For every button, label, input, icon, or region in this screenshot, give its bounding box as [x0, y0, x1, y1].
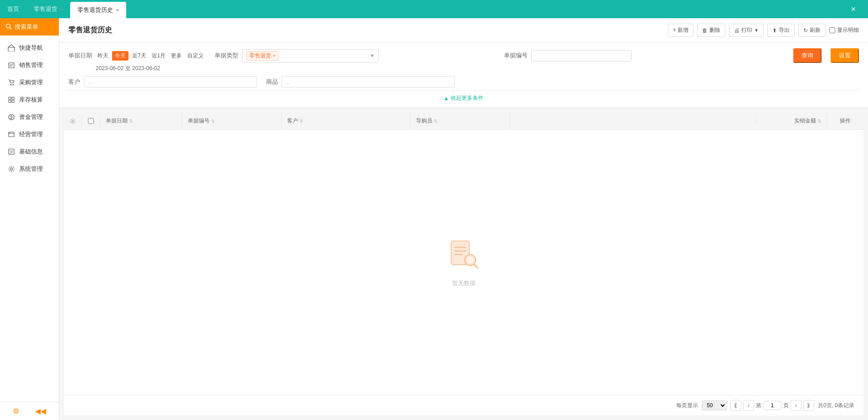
tab-retail-return-history-close[interactable]: ×	[116, 7, 118, 13]
collapse-filter-button[interactable]: ▲ 收起更多条件	[68, 90, 859, 102]
tab-home-label: 首页	[7, 5, 19, 13]
th-amount[interactable]	[510, 118, 757, 125]
sidebar-item-system-mgmt[interactable]: 系统管理	[0, 160, 59, 178]
filter-row-2: 客户 ... 商品 ...	[68, 76, 859, 87]
th-billno[interactable]: 单据编号 ⇅	[182, 113, 282, 128]
th-amount-label: 实销金额	[794, 117, 816, 125]
tab-retail-return-close[interactable]: ×	[60, 6, 63, 12]
page-next-button[interactable]: ›	[791, 400, 801, 411]
print-button[interactable]: 🖨 打印 ▼	[729, 24, 764, 37]
inventory-icon	[7, 96, 15, 104]
customer-input[interactable]: ...	[84, 76, 257, 87]
collapse-label: 收起更多条件	[451, 94, 483, 102]
export-button[interactable]: ⬆ 导出	[767, 24, 795, 37]
sidebar-item-purchase-mgmt[interactable]: 采购管理	[0, 74, 59, 91]
sidebar-settings-button[interactable]: ⚙	[13, 407, 19, 415]
refresh-button[interactable]: ↻ 刷新	[798, 24, 826, 37]
svg-rect-3	[9, 63, 14, 68]
date-opt-more[interactable]: 更多	[169, 51, 184, 61]
sidebar-item-inventory-check-label: 库存核算	[19, 96, 43, 104]
svg-point-6	[10, 84, 11, 85]
query-button[interactable]: 查询	[793, 48, 822, 63]
new-button[interactable]: + 新增	[668, 24, 693, 37]
date-opt-last1month[interactable]: 近1月	[150, 51, 168, 61]
tab-home[interactable]: 首页	[0, 0, 26, 18]
th-guide-label: 导购员	[416, 117, 432, 125]
filter-customer: 客户 ...	[68, 76, 257, 87]
th-customer-sort-icon: ⇅	[299, 118, 303, 123]
sidebar-audio-button[interactable]: ◀◀	[35, 407, 46, 415]
svg-rect-8	[9, 97, 11, 99]
settings-button[interactable]: 设置	[831, 48, 859, 63]
page-number-input[interactable]: 1	[763, 401, 781, 410]
sidebar-search-label: 搜索菜单	[15, 23, 38, 31]
window-close-button[interactable]: ×	[846, 2, 861, 16]
th-customer[interactable]: 客户 ⇅	[282, 113, 411, 128]
system-icon	[7, 165, 15, 173]
th-ops-label: 操作	[840, 117, 851, 125]
sidebar-item-basic-info-label: 基础信息	[19, 148, 43, 156]
th-amount-sort-icon: ⇅	[817, 118, 821, 123]
date-range-display: 2023-06-02 至 2023-06-02	[96, 65, 859, 72]
select-all-checkbox[interactable]	[88, 118, 94, 124]
top-bar: 首页 零售退货 × 零售退货历史 × ×	[0, 0, 868, 18]
goods-input[interactable]: ...	[282, 76, 455, 87]
print-arrow-icon: ▼	[754, 28, 759, 33]
page-unit-label: 页	[783, 402, 789, 410]
sidebar-item-sales-mgmt-label: 销售管理	[19, 61, 43, 69]
th-ops: 操作	[827, 113, 863, 128]
goods-placeholder: ...	[286, 78, 291, 85]
date-opt-today[interactable]: 今天	[112, 51, 128, 61]
print-icon: 🖨	[734, 27, 740, 34]
th-actual-amount[interactable]: 实销金额 ⇅	[757, 113, 827, 128]
tab-retail-return[interactable]: 零售退货 ×	[26, 0, 70, 18]
query-label: 查询	[801, 52, 813, 59]
bill-type-select[interactable]: 零售退货 × ▼	[242, 49, 379, 62]
page-first-button[interactable]: ⟪	[730, 400, 741, 411]
search-icon	[5, 23, 12, 31]
sidebar-footer: ⚙ ◀◀	[0, 402, 59, 420]
date-opt-last7[interactable]: 近7天	[130, 51, 148, 61]
page-last-button[interactable]: ⟫	[803, 400, 814, 411]
svg-rect-2	[8, 47, 15, 51]
page-size-select[interactable]: 20 50 100	[702, 400, 727, 410]
sidebar-item-operation-mgmt-label: 经营管理	[19, 130, 43, 138]
sidebar-item-sales-mgmt[interactable]: 销售管理	[0, 56, 59, 74]
th-billno-sort-icon: ⇅	[211, 118, 215, 123]
show-detail-checkbox-label[interactable]: 显示明细	[829, 26, 859, 34]
sidebar-item-inventory-check[interactable]: 库存核算	[0, 91, 59, 108]
main-layout: 搜索菜单 快捷导航 销售管理 采购管理	[0, 18, 868, 420]
svg-point-28	[467, 257, 473, 263]
th-settings[interactable]	[64, 114, 82, 128]
bill-type-tag-label: 零售退货	[249, 52, 271, 60]
top-bar-right: ×	[846, 2, 868, 16]
bill-type-label: 单据类型	[215, 51, 238, 60]
th-checkbox[interactable]	[82, 114, 100, 128]
th-customer-label: 客户	[287, 117, 298, 125]
th-date[interactable]: 单据日期 ⇅	[100, 113, 182, 128]
page-title: 零售退货历史	[68, 26, 112, 35]
bill-no-input[interactable]	[531, 50, 632, 61]
th-billno-label: 单据编号	[188, 117, 210, 125]
delete-label: 删除	[709, 26, 720, 34]
page-prev-button[interactable]: ‹	[743, 400, 754, 411]
delete-button[interactable]: 🗑 删除	[697, 24, 725, 37]
sidebar-item-quick-nav[interactable]: 快捷导航	[0, 39, 59, 56]
sidebar-item-system-mgmt-label: 系统管理	[19, 165, 43, 173]
bill-type-tag-close[interactable]: ×	[272, 53, 275, 58]
bill-type-arrow-icon: ▼	[370, 53, 375, 58]
svg-point-21	[72, 120, 74, 122]
sidebar-item-finance-mgmt[interactable]: 资金管理	[0, 108, 59, 126]
date-opt-yesterday[interactable]: 昨天	[96, 51, 110, 61]
sidebar-item-basic-info[interactable]: 基础信息	[0, 143, 59, 160]
finance-icon	[7, 113, 15, 121]
sidebar-search[interactable]: 搜索菜单	[0, 18, 59, 36]
sidebar-item-operation-mgmt[interactable]: 经营管理	[0, 126, 59, 143]
customer-label: 客户	[68, 78, 80, 86]
tab-retail-return-history[interactable]: 零售退货历史 ×	[70, 2, 126, 18]
date-opt-custom[interactable]: 自定义	[185, 51, 205, 61]
show-detail-checkbox[interactable]	[829, 27, 835, 33]
svg-point-20	[10, 168, 13, 170]
filter-row-1: 单据日期 昨天 今天 近7天 近1月 更多 自定义 单据类型	[68, 48, 859, 63]
th-guide[interactable]: 导购员 ⇅	[411, 113, 510, 128]
